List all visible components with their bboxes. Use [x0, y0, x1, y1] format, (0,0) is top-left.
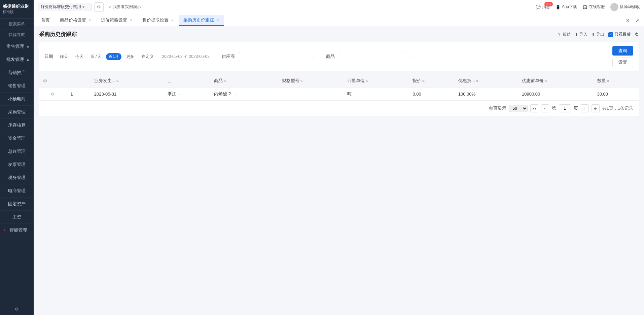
- topbar-settings-button[interactable]: ⚙: [94, 2, 104, 12]
- table-cell: 10900.00: [518, 88, 593, 101]
- close-tab-button[interactable]: ✕: [624, 16, 632, 25]
- tab-home[interactable]: 首页: [36, 15, 55, 26]
- prev-page-button[interactable]: ‹: [541, 104, 549, 112]
- page-size-select[interactable]: 50 100 200: [509, 105, 528, 112]
- sidebar-item-payroll[interactable]: 工资: [0, 211, 34, 224]
- sidebar-item-label: 工资: [4, 214, 30, 220]
- page-size-label: 每页显示: [489, 105, 506, 111]
- tab-label: 进价策略设置: [101, 17, 127, 23]
- topbar: 好业财标准版交付试用 ▾ ⚙ ○ 我要看实例演示 💬 消息 99+ 📱 App下…: [34, 0, 644, 14]
- sidebar-item-purchase[interactable]: 采购管理: [0, 106, 34, 119]
- sidebar-item-inventory[interactable]: 库存核算: [0, 119, 34, 132]
- export-button[interactable]: ⬆ 导出: [592, 32, 604, 37]
- maximize-tab-button[interactable]: ⤢: [633, 16, 641, 25]
- tab-purchase_history[interactable]: 采购历史价跟踪×: [179, 15, 223, 26]
- chevron-down-icon: ▾: [82, 5, 84, 9]
- filter-settings-button[interactable]: 设置: [612, 58, 633, 67]
- product-input[interactable]: [339, 52, 406, 61]
- checkbox-icon: ✓: [608, 32, 613, 37]
- sidebar-item-ledger[interactable]: 总账管理: [0, 145, 34, 158]
- sidebar-item-label: 库存核算: [4, 122, 30, 128]
- message-icon: 💬: [536, 5, 541, 9]
- messages-button[interactable]: 💬 消息 99+: [536, 4, 550, 10]
- first-page-button[interactable]: ⏮: [530, 104, 538, 112]
- sidebar: 畅捷通好业财 标准版 搜索菜单 快捷导航 零售管理▲批发管理▲营销推广销售管理小…: [0, 0, 34, 315]
- col-biz_date[interactable]: 业务发生...⇅: [90, 74, 164, 88]
- tab-actions: ✕ ⤢: [624, 16, 641, 25]
- sidebar-item-retail[interactable]: 零售管理▲: [0, 40, 34, 53]
- data-table-container: ⚙业务发生...⇅...商品⇅规格型号⇅计量单位⇅报价⇅优惠折...⇅优惠前单价…: [39, 74, 639, 116]
- sidebar-arrow-icon: ▲: [26, 44, 30, 48]
- sort-icon: ⇅: [223, 79, 226, 83]
- sidebar-item-invoice[interactable]: 发票管理: [0, 158, 34, 171]
- col-product[interactable]: 商品⇅: [210, 74, 278, 88]
- sidebar-item-sales[interactable]: 销售管理: [0, 79, 34, 93]
- help-button[interactable]: ？ 帮助: [557, 32, 571, 37]
- tab-close-icon[interactable]: ×: [217, 18, 219, 22]
- messages-badge: 99+: [544, 2, 553, 6]
- sidebar-item-marketing[interactable]: 营销推广: [0, 66, 34, 79]
- col-gear: ⚙: [39, 74, 66, 88]
- sidebar-item-wholesale[interactable]: 批发管理▲: [0, 53, 34, 66]
- col-discount[interactable]: 优惠折...⇅: [454, 74, 518, 88]
- date-option-更多[interactable]: 更多: [123, 53, 137, 60]
- sidebar-search[interactable]: 搜索菜单: [0, 19, 34, 30]
- last-page-button[interactable]: ⏭: [592, 104, 600, 112]
- product-more-icon[interactable]: ...: [410, 54, 414, 59]
- sidebar-item-ecommerce[interactable]: 电商管理: [0, 184, 34, 198]
- user-name: 徐泽华修改: [620, 4, 640, 10]
- sidebar-item-finance[interactable]: 资金管理: [0, 132, 34, 145]
- page-content: 采购历史价跟踪 ？ 帮助 ⬇ 导入 ⬆ 导出 ✓ 只看最后一次: [34, 27, 644, 315]
- sidebar-quick-nav[interactable]: 快捷导航: [0, 30, 34, 40]
- supplier-input[interactable]: [239, 52, 306, 61]
- table-cell: 30.00: [593, 88, 639, 101]
- query-button[interactable]: 查询: [612, 46, 633, 56]
- next-page-button[interactable]: ›: [581, 104, 589, 112]
- page-number-input[interactable]: 1: [559, 104, 571, 112]
- tab-close-icon[interactable]: ×: [130, 18, 132, 22]
- col-pre_discount_price[interactable]: 优惠前单价⇅: [518, 74, 593, 88]
- product-selector-label: 好业财标准版交付试用: [41, 4, 81, 10]
- date-option-今天[interactable]: 今天: [73, 53, 86, 60]
- sidebar-item-tax[interactable]: 税务管理: [0, 171, 34, 184]
- sidebar-item-label: 采购管理: [4, 109, 30, 115]
- date-option-近7天[interactable]: 近7天: [88, 53, 104, 60]
- col-more: ...: [164, 74, 210, 88]
- table-row[interactable]: ⚙12023-05-31浙江...丙烯酸-2-...吨0.00100.00%10…: [39, 88, 639, 101]
- sidebar-item-assets[interactable]: 固定资产: [0, 198, 34, 211]
- customer-service-button[interactable]: 🎧 在线客服: [582, 4, 605, 10]
- app-download-button[interactable]: 📱 App下载: [556, 4, 577, 10]
- col-unit[interactable]: 计量单位⇅: [343, 74, 408, 88]
- supplier-more-icon[interactable]: ...: [310, 54, 314, 59]
- date-option-自定义[interactable]: 自定义: [139, 53, 156, 60]
- date-option-近1月[interactable]: 近1月: [106, 53, 122, 60]
- sort-icon: ⇅: [116, 79, 119, 83]
- col-spec[interactable]: 规格型号⇅: [278, 74, 343, 88]
- demo-link[interactable]: ○ 我要看实例演示: [109, 4, 141, 10]
- tab-purchase_strategy[interactable]: 进价策略设置×: [96, 15, 137, 26]
- col-seq: [66, 74, 90, 88]
- col-quantity[interactable]: 数量⇅: [593, 74, 639, 88]
- sidebar-item-label: 零售管理: [4, 43, 26, 49]
- sidebar-item-label: 电商管理: [4, 188, 30, 194]
- date-options: 昨天今天近7天近1月更多自定义: [57, 53, 156, 60]
- page-unit: 页: [574, 105, 578, 111]
- tab-sale_price[interactable]: 售价提取设置×: [138, 15, 178, 26]
- date-filter-label: 日期: [44, 54, 53, 60]
- tab-close-icon[interactable]: ×: [89, 18, 91, 22]
- tab-label: 采购历史价跟踪: [183, 17, 214, 23]
- import-button[interactable]: ⬇ 导入: [575, 32, 587, 37]
- sidebar-settings[interactable]: ⚙: [0, 303, 34, 315]
- tab-close-icon[interactable]: ×: [171, 18, 173, 22]
- sidebar-item-label: 销售管理: [4, 83, 30, 89]
- tab-product_price[interactable]: 商品价格设置×: [55, 15, 96, 26]
- date-option-昨天[interactable]: 昨天: [57, 53, 71, 60]
- help-icon: ？: [557, 32, 561, 37]
- sidebar-item-ecommerce_small[interactable]: 小畅电商: [0, 93, 34, 106]
- col-quoted_price[interactable]: 报价⇅: [408, 74, 454, 88]
- table-cell: 1: [66, 88, 90, 101]
- sidebar-item-ai[interactable]: 智能管理: [0, 224, 34, 237]
- user-menu[interactable]: 徐泽华修改: [610, 3, 640, 11]
- product-selector[interactable]: 好业财标准版交付试用 ▾: [38, 3, 92, 11]
- only-last-checkbox[interactable]: ✓ 只看最后一次: [608, 32, 639, 37]
